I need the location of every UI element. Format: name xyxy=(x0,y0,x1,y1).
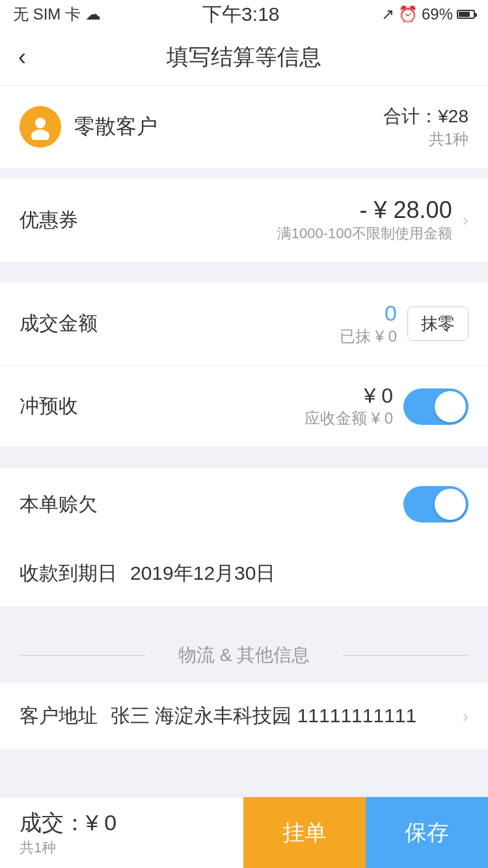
logistics-line-right xyxy=(342,655,468,656)
coupon-row[interactable]: 优惠券 - ¥ 28.00 满1000-100不限制使用金额 › xyxy=(0,178,488,262)
prepayment-sub: 应收金额 ¥ 0 xyxy=(305,408,393,429)
coupon-label: 优惠券 xyxy=(20,207,78,234)
coupon-description: 满1000-100不限制使用金额 xyxy=(277,224,452,243)
toggle-circle xyxy=(435,391,466,422)
bottom-summary: 成交：¥ 0 共1种 xyxy=(0,808,243,858)
customer-count: 共1种 xyxy=(383,129,468,150)
coupon-discount: - ¥ 28.00 xyxy=(277,197,452,224)
deal-amount-row: 成交金额 0 已抹 ¥ 0 抹零 xyxy=(0,282,488,365)
section-divider-1 xyxy=(0,272,488,282)
debt-right xyxy=(403,486,468,522)
chevron-right-icon: › xyxy=(463,210,468,230)
bottom-deal-value: ¥ 0 xyxy=(86,810,116,835)
customer-left: 零散客户 xyxy=(20,106,157,148)
bottom-deal-text: 成交：¥ 0 xyxy=(20,808,224,838)
coupon-value-block: - ¥ 28.00 满1000-100不限制使用金额 xyxy=(277,197,452,243)
section-divider-2 xyxy=(0,457,488,468)
customer-right: 合计：¥28 共1种 xyxy=(383,104,468,150)
section-divider-3 xyxy=(0,617,488,627)
due-date-value: 2019年12月30日 xyxy=(130,560,275,587)
deal-section: 成交金额 0 已抹 ¥ 0 抹零 冲预收 ¥ 0 应收金额 ¥ 0 xyxy=(0,282,488,447)
deal-amount-label: 成交金额 xyxy=(20,310,98,337)
debt-row: 本单赊欠 xyxy=(0,468,488,541)
prepayment-toggle[interactable] xyxy=(403,388,468,425)
coupon-section: 优惠券 - ¥ 28.00 满1000-100不限制使用金额 › xyxy=(0,178,488,262)
bottom-bar: 成交：¥ 0 共1种 挂单 保存 xyxy=(0,796,488,868)
debt-label: 本单赊欠 xyxy=(20,491,98,518)
prepayment-label: 冲预收 xyxy=(20,393,78,420)
deal-amount-sub: 已抹 ¥ 0 xyxy=(340,326,397,347)
deal-amount-value: 0 xyxy=(340,301,397,326)
customer-row: 零散客户 合计：¥28 共1种 xyxy=(0,86,488,168)
deal-amount-value-block: 0 已抹 ¥ 0 xyxy=(340,301,397,347)
avatar xyxy=(20,106,61,148)
battery-percent: 69% xyxy=(422,5,453,23)
battery-icon xyxy=(457,10,475,19)
customer-name: 零散客户 xyxy=(74,113,157,141)
coupon-right: - ¥ 28.00 满1000-100不限制使用金额 › xyxy=(277,197,468,243)
hold-button[interactable]: 挂单 xyxy=(243,797,366,869)
alarm-icon: ⏰ xyxy=(398,5,418,23)
address-label: 客户地址 xyxy=(20,703,98,729)
customer-total: 合计：¥28 xyxy=(383,104,468,129)
save-button[interactable]: 保存 xyxy=(366,797,488,869)
location-icon: ↗ xyxy=(381,5,394,23)
debt-toggle-circle xyxy=(435,489,466,520)
due-date-label: 收款到期日 xyxy=(20,560,117,587)
page-title: 填写结算等信息 xyxy=(167,42,321,72)
prepayment-row: 冲预收 ¥ 0 应收金额 ¥ 0 xyxy=(0,365,488,447)
logistics-header: 物流 & 其他信息 xyxy=(0,627,488,683)
logistics-label: 物流 & 其他信息 xyxy=(178,643,310,668)
status-right: ↗ ⏰ 69% xyxy=(381,5,475,23)
debt-section: 本单赊欠 收款到期日 2019年12月30日 xyxy=(0,468,488,606)
prepayment-value-block: ¥ 0 应收金额 ¥ 0 xyxy=(305,384,393,429)
due-date-row: 收款到期日 2019年12月30日 xyxy=(0,541,488,606)
content: 零散客户 合计：¥28 共1种 优惠券 - ¥ 28.00 满1000-100不… xyxy=(0,86,488,831)
bottom-count: 共1种 xyxy=(20,838,224,858)
svg-point-0 xyxy=(35,118,46,128)
round-button[interactable]: 抹零 xyxy=(407,306,468,341)
prepayment-value: ¥ 0 xyxy=(305,384,393,408)
back-button[interactable]: ‹ xyxy=(18,44,26,71)
deal-amount-right: 0 已抹 ¥ 0 抹零 xyxy=(340,301,468,347)
address-section: 客户地址 张三 海淀永丰科技园 11111111111 › xyxy=(0,683,488,749)
address-chevron-icon: › xyxy=(463,706,468,727)
svg-point-1 xyxy=(31,129,49,140)
debt-toggle[interactable] xyxy=(403,486,468,522)
customer-section: 零散客户 合计：¥28 共1种 xyxy=(0,86,488,168)
status-bar: 无 SIM 卡 ☁ 下午3:18 ↗ ⏰ 69% xyxy=(0,0,488,29)
sim-status: 无 SIM 卡 ☁ xyxy=(13,4,101,25)
prepayment-right: ¥ 0 应收金额 ¥ 0 xyxy=(305,384,468,429)
status-left: 无 SIM 卡 ☁ xyxy=(13,4,101,25)
address-value: 张三 海淀永丰科技园 11111111111 xyxy=(111,703,450,729)
address-row[interactable]: 客户地址 张三 海淀永丰科技园 11111111111 › xyxy=(0,683,488,749)
bottom-deal-label: 成交： xyxy=(20,810,86,835)
nav-bar: ‹ 填写结算等信息 xyxy=(0,29,488,86)
status-time: 下午3:18 xyxy=(202,1,279,28)
logistics-line-left xyxy=(20,655,146,656)
